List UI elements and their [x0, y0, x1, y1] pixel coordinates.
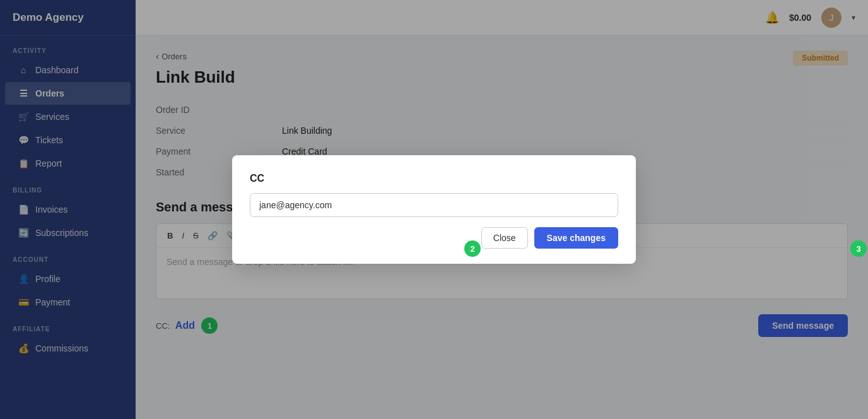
close-modal-button[interactable]: Close: [481, 227, 528, 249]
step-badge-3: 3: [850, 240, 867, 257]
step-badge-2: 2: [464, 240, 481, 257]
cc-email-input[interactable]: [250, 193, 618, 217]
save-changes-button[interactable]: Save changes: [534, 227, 618, 249]
modal-overlay[interactable]: CC 2 3 Close Save changes: [0, 0, 868, 419]
modal-footer: Close Save changes: [250, 227, 618, 249]
cc-modal: CC 2 3 Close Save changes: [232, 155, 636, 264]
modal-title: CC: [250, 173, 618, 184]
